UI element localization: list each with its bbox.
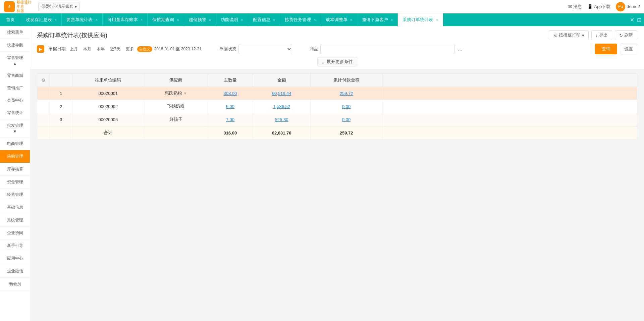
sidebar-item-purchase[interactable]: 采购管理	[0, 150, 30, 163]
amount-link[interactable]: 60,519.44	[272, 91, 291, 96]
expand-more-button[interactable]: ⌄ 展开更多条件	[317, 57, 357, 66]
col-header-paid: 累计付款金额	[311, 74, 382, 87]
shortcut-last-month[interactable]: 上月	[68, 46, 80, 53]
tab-overstock[interactable]: 超储预警 ×	[184, 13, 216, 26]
tab-inventory-close[interactable]: ×	[141, 18, 143, 22]
query-button[interactable]: 查询	[595, 44, 617, 54]
shortcut-this-month[interactable]: 本月	[81, 46, 93, 53]
print-chevron: ▾	[582, 33, 584, 38]
row-paid[interactable]: 259.72	[311, 87, 382, 100]
tab-func-desc[interactable]: 功能说明 ×	[216, 13, 248, 26]
row-amount[interactable]: 60,519.44	[253, 87, 311, 100]
table-row: 3 00020005 好孩子 7.00 525.80 0.00	[37, 113, 637, 126]
row-paid[interactable]: 0.00	[311, 100, 382, 113]
print-button[interactable]: 🖨 按模板打印 ▾	[549, 30, 589, 40]
tab-invite[interactable]: 邀请下游客户 ×	[357, 13, 398, 26]
sidebar-item-enterprise[interactable]: 企业协同	[0, 227, 30, 239]
row-quantity[interactable]: 6.00	[208, 100, 253, 113]
tab-cost-adj[interactable]: 成本调整单 ×	[321, 13, 357, 26]
amount-link[interactable]: 525.80	[275, 117, 288, 122]
sidebar-app-center-label: 应用中心	[7, 256, 23, 261]
row-paid[interactable]: 0.00	[311, 113, 382, 126]
tab-order-stat[interactable]: 要货单统计表 ×	[62, 13, 102, 26]
col-header-settings[interactable]: ⚙	[37, 74, 50, 87]
search-menu-button[interactable]: 搜索菜单	[3, 30, 27, 35]
gear-icon[interactable]: ⚙	[41, 77, 46, 83]
tab-order-stat-close[interactable]: ×	[95, 18, 97, 22]
sidebar-item-quick-nav[interactable]: 快捷导航	[0, 39, 30, 51]
workspace-label: 母婴行业演示账套	[41, 4, 73, 9]
row-quantity[interactable]: 303.00	[208, 87, 253, 100]
export-button[interactable]: ↓ 导出	[591, 30, 612, 40]
row-quantity[interactable]: 7.00	[208, 113, 253, 126]
tab-inventory[interactable]: 可用量库存账本 ×	[103, 13, 148, 26]
table-row: 1 00020001 惠氏奶粉 ▼ 303.00 60,519.44 259.7…	[37, 87, 637, 100]
quantity-link[interactable]: 6.00	[226, 104, 234, 109]
user-menu[interactable]: Ea demo2	[616, 2, 640, 11]
col-header-supplier-name: 供应商	[144, 74, 208, 87]
tabs-maximize[interactable]: ⊡	[637, 17, 641, 23]
goods-search-input[interactable]	[320, 44, 454, 54]
sidebar-item-operation[interactable]: 经营管理	[0, 189, 30, 201]
settings-button[interactable]: 设置	[620, 44, 637, 54]
tab-invite-close[interactable]: ×	[391, 18, 393, 22]
tab-receive[interactable]: 收发存汇总表 ×	[21, 13, 62, 26]
sidebar-item-retail-stat[interactable]: 零售统计	[0, 107, 30, 119]
app-download-button[interactable]: 📱 App下载	[587, 4, 610, 10]
row-amount[interactable]: 525.80	[253, 113, 311, 126]
tab-pick-task[interactable]: 拣货任务管理 ×	[280, 13, 321, 26]
top-bar: 6 畅捷通好生意 标版 母婴行业演示账套 ▾ ✉ 消息 📱 App下载 Ea d…	[0, 0, 644, 13]
shortcut-more[interactable]: 更多	[124, 46, 136, 53]
custom-date-badge[interactable]: 自定义	[137, 46, 152, 52]
goods-search-dots[interactable]: ...	[458, 46, 462, 52]
filter-expand-button[interactable]: ▶	[37, 45, 44, 53]
nav-tabs-right: ✕ ⊡	[627, 17, 644, 23]
row-amount[interactable]: 1,586.52	[253, 100, 311, 113]
shortcut-7days[interactable]: 近7天	[108, 46, 122, 53]
message-button[interactable]: ✉ 消息	[568, 4, 582, 10]
paid-link[interactable]: 0.00	[342, 117, 351, 122]
sidebar-item-inventory-check[interactable]: 库存核算	[0, 163, 30, 175]
sidebar-item-wechat[interactable]: 企业微信	[0, 265, 30, 277]
sidebar-item-member2[interactable]: 畅会员	[0, 278, 30, 290]
workspace-selector[interactable]: 母婴行业演示账套 ▾	[38, 2, 80, 11]
amount-link[interactable]: 1,586.52	[273, 104, 290, 109]
sidebar-item-retail[interactable]: 零售管理 ▲	[0, 52, 30, 69]
sidebar-item-finance[interactable]: 资金管理	[0, 176, 30, 188]
sidebar-item-member[interactable]: 会员中心	[0, 94, 30, 107]
sidebar: 搜索菜单 快捷导航 零售管理 ▲ 零售商城 营销推广 会员中心 零售统计	[0, 26, 30, 321]
quantity-link[interactable]: 303.00	[224, 91, 237, 96]
sidebar-item-basic[interactable]: 基础信息	[0, 201, 30, 214]
status-select[interactable]	[238, 44, 292, 54]
tab-func-desc-close[interactable]: ×	[241, 18, 243, 22]
tab-config-close[interactable]: ×	[273, 18, 275, 22]
refresh-button[interactable]: ↻ 刷新	[615, 30, 637, 40]
tab-purchase-stat-close[interactable]: ×	[436, 18, 438, 22]
sidebar-item-ecommerce[interactable]: 电商管理	[0, 138, 30, 150]
sidebar-item-app-center[interactable]: 应用中心	[0, 252, 30, 265]
sidebar-item-marketing[interactable]: 营销推广	[0, 82, 30, 94]
table-container: ⚙ 往来单位编码 供应商 主数量 金额 累计付款金额 1 00020001 惠氏…	[30, 69, 644, 321]
tab-overstock-close[interactable]: ×	[209, 18, 211, 22]
sidebar-item-wholesale[interactable]: 批发管理 ▼	[0, 119, 30, 137]
tabs-close-all[interactable]: ✕	[630, 17, 634, 23]
tab-expiry[interactable]: 保质期查询 ×	[148, 13, 184, 26]
sidebar-item-retail-shop[interactable]: 零售商城	[0, 69, 30, 82]
tab-config[interactable]: 配置信息 ×	[248, 13, 280, 26]
tab-expiry-close[interactable]: ×	[177, 18, 179, 22]
sidebar-item-newbie[interactable]: 新手引导	[0, 239, 30, 252]
row-supplier-name: 飞鹤奶粉	[144, 100, 208, 113]
quantity-link[interactable]: 7.00	[226, 117, 234, 122]
sidebar-item-system[interactable]: 系统管理	[0, 214, 30, 226]
tab-purchase-stat[interactable]: 采购订单统计表 ×	[398, 13, 443, 26]
col-header-quantity: 主数量	[208, 74, 253, 87]
sidebar-member-label: 会员中心	[7, 98, 23, 103]
tab-receive-close[interactable]: ×	[55, 18, 57, 22]
tab-cost-adj-close[interactable]: ×	[350, 18, 352, 22]
paid-link[interactable]: 0.00	[342, 104, 351, 109]
shortcut-this-year[interactable]: 本年	[95, 46, 107, 53]
tab-home[interactable]: 首页	[0, 13, 21, 26]
sidebar-retail-label: 零售管理	[7, 55, 23, 61]
tab-pick-task-close[interactable]: ×	[314, 18, 316, 22]
paid-link[interactable]: 259.72	[340, 91, 353, 96]
